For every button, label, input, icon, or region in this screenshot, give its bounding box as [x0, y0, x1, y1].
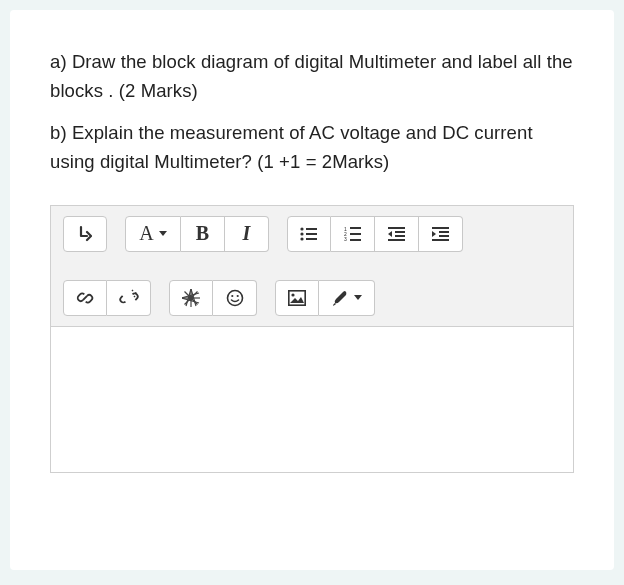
outdent-icon — [388, 226, 406, 242]
svg-point-4 — [300, 237, 303, 240]
svg-rect-13 — [395, 231, 405, 233]
svg-rect-12 — [388, 227, 405, 229]
question-card: a) Draw the block diagram of digital Mul… — [10, 10, 614, 570]
svg-rect-17 — [439, 231, 449, 233]
editor-toolbar: A B I — [51, 206, 573, 327]
link-icon — [76, 290, 94, 306]
svg-rect-3 — [306, 233, 317, 235]
svg-rect-1 — [306, 228, 317, 230]
svg-rect-11 — [350, 239, 361, 241]
special-char-icon — [182, 289, 200, 307]
font-family-button[interactable]: A — [125, 216, 181, 252]
svg-rect-9 — [350, 233, 361, 235]
brush-icon — [331, 289, 349, 307]
question-text: a) Draw the block diagram of digital Mul… — [50, 48, 574, 177]
svg-rect-7 — [350, 227, 361, 229]
svg-point-32 — [236, 295, 238, 297]
italic-button[interactable]: I — [225, 216, 269, 252]
svg-rect-20 — [82, 295, 88, 301]
outdent-button[interactable] — [375, 216, 419, 252]
svg-text:3: 3 — [344, 236, 347, 242]
numbered-list-icon: 1 2 3 — [344, 226, 362, 242]
svg-point-2 — [300, 232, 303, 235]
svg-point-29 — [189, 295, 194, 300]
question-part-a: a) Draw the block diagram of digital Mul… — [50, 48, 574, 105]
svg-rect-18 — [439, 235, 449, 237]
font-label: A — [139, 222, 153, 245]
bullet-list-icon — [300, 226, 318, 242]
svg-rect-15 — [388, 239, 405, 241]
svg-point-0 — [300, 227, 303, 230]
rich-text-editor: A B I — [50, 205, 574, 473]
special-char-button[interactable] — [169, 280, 213, 316]
emoji-button[interactable] — [213, 280, 257, 316]
media-group — [275, 280, 375, 316]
paragraph-group — [63, 216, 107, 252]
font-style-group: A B I — [125, 216, 269, 252]
numbered-list-button[interactable]: 1 2 3 — [331, 216, 375, 252]
svg-point-31 — [231, 295, 233, 297]
insert-group — [169, 280, 257, 316]
svg-rect-14 — [395, 235, 405, 237]
editor-content-area[interactable] — [51, 327, 573, 472]
brush-button[interactable] — [319, 280, 375, 316]
bullet-list-button[interactable] — [287, 216, 331, 252]
paragraph-icon — [78, 225, 92, 243]
bold-label: B — [196, 222, 209, 245]
unlink-button[interactable] — [107, 280, 151, 316]
link-group — [63, 280, 151, 316]
bold-button[interactable]: B — [181, 216, 225, 252]
italic-label: I — [243, 222, 251, 245]
question-part-b: b) Explain the measurement of AC voltage… — [50, 119, 574, 176]
image-icon — [288, 290, 306, 306]
list-group: 1 2 3 — [287, 216, 463, 252]
link-button[interactable] — [63, 280, 107, 316]
paragraph-format-button[interactable] — [63, 216, 107, 252]
indent-button[interactable] — [419, 216, 463, 252]
indent-icon — [432, 226, 450, 242]
svg-rect-19 — [432, 239, 449, 241]
image-button[interactable] — [275, 280, 319, 316]
svg-point-34 — [291, 293, 294, 296]
emoji-icon — [226, 289, 244, 307]
svg-rect-5 — [306, 238, 317, 240]
unlink-icon — [119, 289, 139, 307]
svg-point-30 — [227, 290, 242, 305]
svg-rect-16 — [432, 227, 449, 229]
svg-rect-33 — [289, 290, 305, 304]
